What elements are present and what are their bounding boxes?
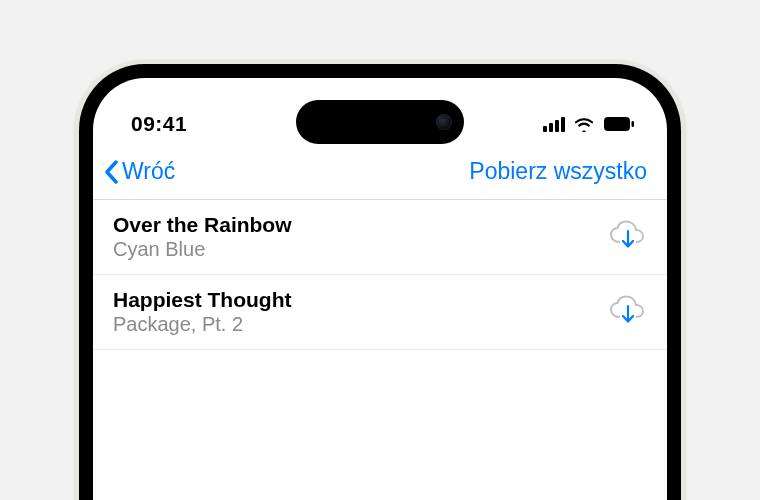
- battery-icon: [603, 116, 635, 132]
- list-item[interactable]: Happiest Thought Package, Pt. 2: [93, 275, 667, 350]
- track-subtitle: Package, Pt. 2: [113, 312, 595, 337]
- cloud-download-icon: [608, 220, 646, 254]
- track-list: Over the Rainbow Cyan Blue: [93, 200, 667, 350]
- svg-rect-1: [632, 121, 635, 127]
- iphone-frame: 09:41: [73, 58, 687, 500]
- wifi-icon: [573, 116, 595, 132]
- nav-bar: Wróć Pobierz wszystko: [93, 148, 667, 200]
- download-button[interactable]: [607, 217, 647, 257]
- status-time: 09:41: [131, 112, 187, 136]
- dynamic-island: [296, 100, 464, 144]
- status-icons: [543, 116, 635, 132]
- front-camera: [436, 114, 452, 130]
- download-all-button[interactable]: Pobierz wszystko: [469, 158, 647, 185]
- track-title: Happiest Thought: [113, 287, 595, 312]
- track-title: Over the Rainbow: [113, 212, 595, 237]
- cellular-signal-icon: [543, 116, 565, 132]
- svg-rect-0: [604, 117, 630, 131]
- list-item[interactable]: Over the Rainbow Cyan Blue: [93, 200, 667, 275]
- screen: 09:41: [93, 78, 667, 500]
- cloud-download-icon: [608, 295, 646, 329]
- back-label: Wróć: [122, 158, 175, 185]
- chevron-left-icon: [103, 159, 120, 185]
- track-subtitle: Cyan Blue: [113, 237, 595, 262]
- back-button[interactable]: Wróć: [103, 158, 175, 185]
- download-button[interactable]: [607, 292, 647, 332]
